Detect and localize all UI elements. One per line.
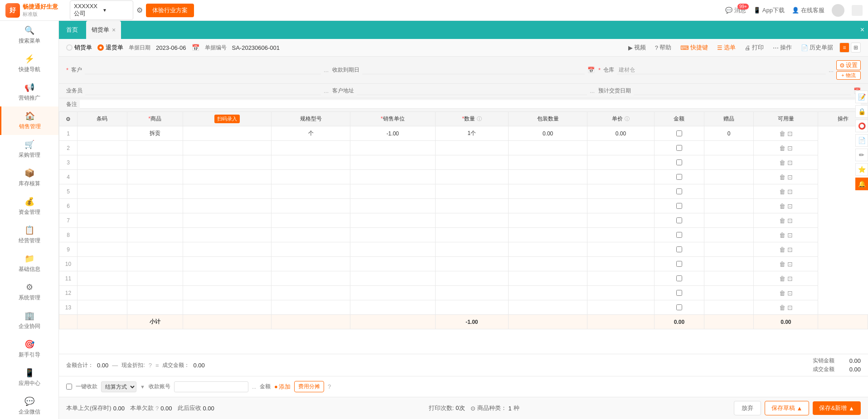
sidebar-item-search[interactable]: 🔍 搜索菜单 [0,21,58,49]
select-btn[interactable]: ☰ 选单 [714,43,738,53]
row-product[interactable] [127,199,183,213]
row-unit-price[interactable] [509,199,587,213]
sidebar-item-sales[interactable]: 🏠 销售管理 [0,106,58,135]
row-pkg-qty[interactable] [435,184,509,199]
sidebar-item-basics[interactable]: 📁 基础信息 [0,249,58,278]
customer-addr-input[interactable] [357,87,587,95]
sidebar-item-operations[interactable]: 📋 经营管理 [0,221,58,249]
row-spec[interactable] [183,242,271,257]
sidebar-item-system[interactable]: ⚙ 系统管理 [0,278,58,306]
copy-row-button[interactable]: ⊡ [787,217,793,224]
float-alert-btn[interactable]: 🔔 [855,178,868,190]
row-pkg-qty[interactable] [435,271,509,286]
row-gift[interactable] [655,271,704,286]
row-product[interactable] [127,271,183,286]
row-gift[interactable] [655,286,704,300]
row-pkg-qty[interactable] [435,286,509,300]
row-unit-price[interactable] [509,257,587,271]
row-barcode[interactable] [78,300,127,315]
warehouse-more-icon[interactable]: ... [829,67,834,73]
calendar-icon[interactable]: 📅 [192,44,199,51]
row-gift[interactable] [655,170,704,184]
row-spec[interactable] [183,213,271,228]
copy-row-button[interactable]: ⊡ [787,231,793,239]
expense-split-button[interactable]: 费用分摊 [294,381,324,392]
row-unit-price[interactable] [509,286,587,300]
delete-row-button[interactable]: 🗑 [779,130,786,137]
row-unit[interactable] [272,228,350,242]
account-more-icon[interactable]: ... [252,384,256,390]
help-btn[interactable]: ? 帮助 [652,43,674,53]
sidebar-item-marketing[interactable]: 📢 营销推广 [0,78,58,106]
save-new-button[interactable]: 保存&新增 ▲ [813,401,861,415]
sidebar-item-inventory[interactable]: 📦 库存核算 [0,164,58,192]
row-unit-price[interactable] [509,228,587,242]
row-spec[interactable] [183,126,271,141]
sidebar-item-apps[interactable]: 📱 应用中心 [0,363,58,392]
tab-close-button[interactable]: × [112,26,116,34]
delete-row-button[interactable]: 🗑 [779,144,786,152]
row-product[interactable] [127,170,183,184]
row-product[interactable] [127,155,183,170]
row-unit-price[interactable]: 0.00 [509,126,587,141]
delete-row-button[interactable]: 🗑 [779,202,786,210]
delete-row-button[interactable]: 🗑 [779,217,786,224]
row-barcode[interactable] [78,271,127,286]
row-barcode[interactable] [78,199,127,213]
col-scan[interactable]: 扫码录入 [183,112,271,126]
copy-row-button[interactable]: ⊡ [787,159,793,166]
row-pkg-qty[interactable] [435,300,509,315]
row-qty[interactable] [350,213,435,228]
row-qty[interactable] [350,184,435,199]
shortcuts-btn[interactable]: ⌨ 快捷键 [678,43,711,53]
delete-row-button[interactable]: 🗑 [779,173,786,181]
row-spec[interactable] [183,286,271,300]
row-product[interactable] [127,141,183,155]
row-amount[interactable] [587,228,655,242]
col-gear[interactable]: ⚙ [59,112,78,126]
row-pkg-qty[interactable] [435,199,509,213]
copy-row-button[interactable]: ⊡ [787,202,793,210]
row-pkg-qty[interactable] [435,213,509,228]
row-pkg-qty[interactable] [435,170,509,184]
row-spec[interactable] [183,170,271,184]
row-pkg-qty[interactable] [435,141,509,155]
gift-checkbox[interactable] [676,261,682,267]
row-spec[interactable] [183,257,271,271]
row-unit[interactable] [272,213,350,228]
gift-checkbox[interactable] [676,217,682,223]
row-qty[interactable] [350,271,435,286]
row-qty[interactable] [350,257,435,271]
row-qty[interactable] [350,170,435,184]
row-gift[interactable] [655,213,704,228]
settlement-more-icon[interactable]: ▼ [140,384,145,390]
float-doc-btn[interactable]: 📄 [855,134,868,147]
row-spec[interactable] [183,300,271,315]
customer-input[interactable] [85,66,321,74]
video-btn[interactable]: ▶ 视频 [626,43,649,53]
avatar[interactable] [832,4,844,17]
row-gift[interactable] [655,141,704,155]
row-barcode[interactable] [78,184,127,199]
row-amount[interactable] [587,286,655,300]
row-product[interactable] [127,300,183,315]
gift-checkbox[interactable] [676,188,682,194]
row-qty[interactable]: -1.00 [350,126,435,141]
float-star-btn[interactable]: ⭐ [855,163,868,176]
gift-checkbox[interactable] [676,130,682,136]
delete-row-button[interactable]: 🗑 [779,289,786,297]
gift-checkbox[interactable] [676,246,682,252]
delete-row-button[interactable]: 🗑 [779,275,786,282]
copy-row-button[interactable]: ⊡ [787,173,793,181]
row-product[interactable] [127,213,183,228]
copy-row-button[interactable]: ⊡ [787,260,793,268]
gift-checkbox[interactable] [676,304,682,310]
row-amount[interactable] [587,213,655,228]
settings-icon[interactable]: ⚙ [133,4,146,17]
copy-row-button[interactable]: ⊡ [787,188,793,195]
row-unit-price[interactable] [509,300,587,315]
salesperson-input[interactable] [85,87,321,95]
row-product[interactable] [127,286,183,300]
remarks-input[interactable] [80,100,861,109]
message-button[interactable]: 💬 消息 99+ [725,6,746,14]
